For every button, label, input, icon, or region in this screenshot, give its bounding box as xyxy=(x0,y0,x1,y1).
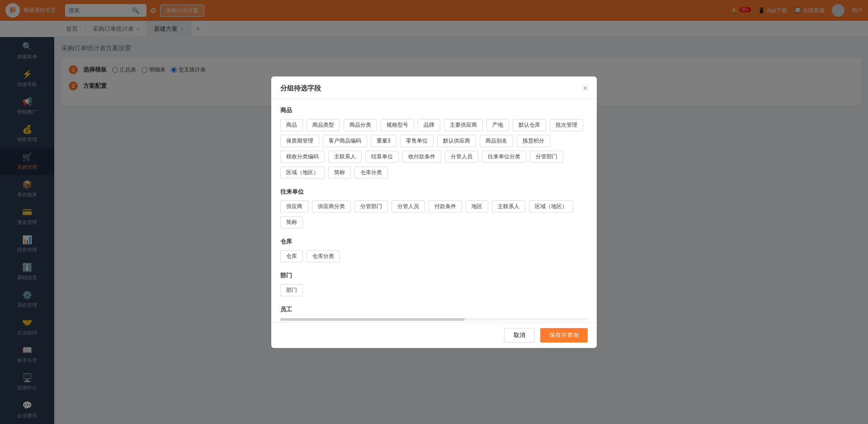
field-product[interactable]: 商品 xyxy=(280,119,303,131)
section-partner: 往来单位 供应商 供应商分类 分管部门 分管人员 付款条件 地区 主联系人 区域… xyxy=(280,188,588,229)
field-retail-unit[interactable]: 零售单位 xyxy=(400,135,434,147)
field-partner-main-contact[interactable]: 主联系人 xyxy=(492,200,525,213)
field-default-warehouse[interactable]: 默认仓库 xyxy=(513,119,546,131)
section-partner-title: 往来单位 xyxy=(280,188,588,196)
field-supplier[interactable]: 供应商 xyxy=(280,200,308,213)
warehouse-field-grid: 仓库 仓库分类 xyxy=(280,250,588,262)
dialog-body[interactable]: 商品 商品 商品类型 商品分类 规格型号 品牌 主要供应商 产地 默认仓库 批次… xyxy=(271,99,597,319)
section-warehouse-title: 仓库 xyxy=(280,238,588,246)
field-partner-dept[interactable]: 分管部门 xyxy=(354,200,388,213)
dialog-footer: 取消 保存并查询 xyxy=(271,322,597,348)
partner-field-grid: 供应商 供应商分类 分管部门 分管人员 付款条件 地区 主联系人 区域（地区） … xyxy=(280,200,588,229)
field-region[interactable]: 区域（地区） xyxy=(280,167,325,179)
dialog-horizontal-scroll-thumb xyxy=(280,318,465,321)
section-employee-title: 员工 xyxy=(280,305,588,314)
field-shelf-life[interactable]: 保质期管理 xyxy=(280,135,319,147)
field-supervisor[interactable]: 分管人员 xyxy=(445,151,478,163)
field-brand[interactable]: 品牌 xyxy=(418,119,440,131)
field-main-supplier[interactable]: 主要供应商 xyxy=(444,119,483,131)
field-partner-supervisor[interactable]: 分管人员 xyxy=(392,200,425,213)
field-payment-terms[interactable]: 收付款条件 xyxy=(402,151,441,163)
confirm-button[interactable]: 保存并查询 xyxy=(540,328,588,343)
field-settlement-unit[interactable]: 结算单位 xyxy=(365,151,399,163)
section-department: 部门 部门 xyxy=(280,272,588,296)
section-department-title: 部门 xyxy=(280,272,588,280)
field-partner-abbr[interactable]: 简称 xyxy=(280,216,303,229)
section-employee: 员工 业务员 xyxy=(280,305,588,319)
field-partner-category[interactable]: 往来单位分类 xyxy=(482,151,526,163)
field-dept[interactable]: 分管部门 xyxy=(530,151,563,163)
section-product-title: 商品 xyxy=(280,106,588,114)
field-warehouse-category[interactable]: 仓库分类 xyxy=(354,167,388,179)
dialog-title: 分组待选字段 xyxy=(280,84,321,93)
field-product-type[interactable]: 商品类型 xyxy=(307,119,340,131)
dialog-header: 分组待选字段 × xyxy=(271,76,597,99)
field-pick-score[interactable]: 拣货积分 xyxy=(517,135,550,147)
section-product: 商品 商品 商品类型 商品分类 规格型号 品牌 主要供应商 产地 默认仓库 批次… xyxy=(280,106,588,179)
field-product-category[interactable]: 商品分类 xyxy=(344,119,377,131)
field-default-supplier[interactable]: 默认供应商 xyxy=(437,135,476,147)
field-tax-code[interactable]: 税收分类编码 xyxy=(280,151,325,163)
dialog-close-button[interactable]: × xyxy=(583,84,588,93)
field-product-alias[interactable]: 商品别名 xyxy=(480,135,513,147)
field-origin[interactable]: 产地 xyxy=(486,119,509,131)
field-department[interactable]: 部门 xyxy=(280,284,303,296)
department-field-grid: 部门 xyxy=(280,284,588,296)
dialog-overlay: 分组待选字段 × 商品 商品 商品类型 商品分类 规格型号 品牌 主要供应商 产… xyxy=(0,0,868,424)
field-payment-condition[interactable]: 付款条件 xyxy=(429,200,462,213)
product-field-grid: 商品 商品类型 商品分类 规格型号 品牌 主要供应商 产地 默认仓库 批次管理 … xyxy=(280,119,588,179)
field-main-contact[interactable]: 主联系人 xyxy=(328,151,362,163)
field-area[interactable]: 地区 xyxy=(466,200,488,213)
field-selection-dialog: 分组待选字段 × 商品 商品 商品类型 商品分类 规格型号 品牌 主要供应商 产… xyxy=(271,76,597,348)
field-abbr[interactable]: 简称 xyxy=(328,167,351,179)
dialog-horizontal-scrollbar[interactable] xyxy=(280,318,588,320)
field-supplier-category[interactable]: 供应商分类 xyxy=(312,200,351,213)
field-batch-management[interactable]: 批次管理 xyxy=(550,119,583,131)
cancel-button[interactable]: 取消 xyxy=(504,328,535,343)
field-warehouse[interactable]: 仓库 xyxy=(280,250,303,262)
field-partner-region[interactable]: 区域（地区） xyxy=(529,200,573,213)
field-warehouse-cat[interactable]: 仓库分类 xyxy=(307,250,340,262)
field-customer-product-code[interactable]: 客户商品编码 xyxy=(323,135,367,147)
field-weight3[interactable]: 重量3 xyxy=(371,135,396,147)
field-spec-model[interactable]: 规格型号 xyxy=(381,119,414,131)
section-warehouse: 仓库 仓库 仓库分类 xyxy=(280,238,588,262)
